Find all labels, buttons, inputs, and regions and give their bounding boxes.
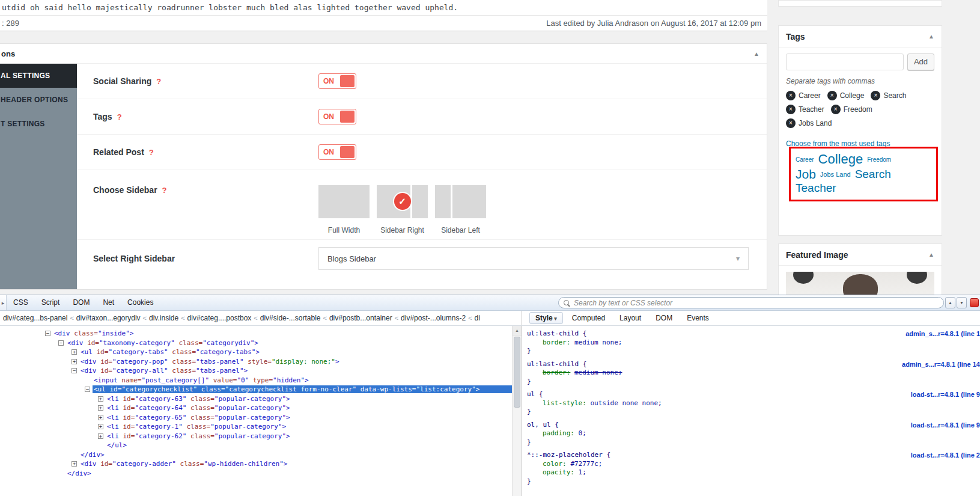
remove-tag-icon[interactable]: ×: [827, 91, 837, 100]
remove-tag-icon[interactable]: ×: [871, 91, 880, 100]
expand-icon[interactable]: +: [98, 424, 103, 429]
css-property[interactable]: border: medium none;: [527, 369, 980, 378]
editor-content-line[interactable]: utdid oh said hello majestically roadrun…: [0, 0, 767, 16]
tree-node[interactable]: +<div id="category-pop" class="tabs-pane…: [0, 357, 512, 367]
css-selector[interactable]: ul {: [527, 390, 543, 399]
css-selector[interactable]: ul:last-child {: [527, 329, 586, 338]
remove-tag-icon[interactable]: ×: [786, 118, 796, 128]
firebug-tab-css[interactable]: CSS: [7, 295, 35, 310]
breadcrumb-item[interactable]: div#categ...bs-panel: [2, 314, 68, 322]
collapse-node-icon[interactable]: −: [45, 331, 50, 336]
toggle-knob[interactable]: [340, 75, 355, 87]
collapse-icon[interactable]: ▲: [928, 251, 934, 258]
tree-node[interactable]: +<li id="category-1" class="popular-cate…: [0, 422, 512, 432]
scroll-up-icon[interactable]: ▲: [513, 326, 522, 335]
source-link[interactable]: admin_s...r=4.8.1 (line 1: [893, 329, 980, 338]
source-link[interactable]: load-st...r=4.8.1 (line 2: [899, 451, 980, 460]
breadcrumb-item[interactable]: div#side-...sortable: [259, 314, 322, 322]
tree-node[interactable]: </div>: [0, 469, 512, 479]
remove-tag-icon[interactable]: ×: [786, 105, 796, 114]
tag-cloud-item[interactable]: Jobs Land: [820, 171, 851, 178]
firebug-tab-net[interactable]: Net: [96, 295, 121, 310]
css-property[interactable]: color: #72777c;: [527, 460, 980, 469]
remove-tag-icon[interactable]: ×: [831, 105, 841, 114]
tag-cloud-item[interactable]: College: [818, 152, 863, 167]
style-tab-style[interactable]: Style ▾: [529, 312, 563, 324]
collapse-icon[interactable]: ▲: [753, 51, 759, 57]
breadcrumb-item[interactable]: div#taxon...egorydiv: [75, 314, 142, 322]
help-icon[interactable]: ?: [117, 112, 122, 121]
css-property[interactable]: border: medium none;: [527, 338, 980, 348]
tag-cloud-item[interactable]: Job: [796, 167, 816, 181]
style-tab-dom[interactable]: DOM: [650, 313, 678, 323]
breadcrumb-item[interactable]: di: [473, 314, 481, 322]
expand-icon[interactable]: +: [72, 359, 77, 364]
tree-node[interactable]: +<div id="category-adder" class="wp-hidd…: [0, 459, 512, 469]
tag-cloud-item[interactable]: Search: [855, 168, 891, 180]
css-property[interactable]: list-style: outside none none;: [527, 399, 980, 408]
css-selector[interactable]: ol, ul {: [527, 421, 559, 430]
search-next-button[interactable]: ▼: [957, 297, 967, 308]
sidebar-option-right[interactable]: ✓Sidebar Right: [377, 185, 428, 234]
search-input[interactable]: Search by text or CSS selector: [558, 297, 944, 308]
toggle-knob[interactable]: [340, 111, 355, 123]
help-icon[interactable]: ?: [156, 77, 161, 86]
toggle-switch[interactable]: ON: [318, 109, 356, 124]
expand-icon[interactable]: +: [98, 415, 103, 420]
collapse-node-icon[interactable]: −: [72, 368, 77, 373]
source-link[interactable]: load-st...r=4.8.1 (line 9: [899, 421, 980, 430]
css-selector[interactable]: ul:last-child {: [527, 360, 586, 369]
firebug-tab-dom[interactable]: DOM: [66, 295, 96, 310]
collapse-node-icon[interactable]: −: [85, 387, 90, 392]
tree-node[interactable]: +<li id="category-62" class="popular-cat…: [0, 432, 512, 441]
tree-node[interactable]: </div>: [0, 450, 512, 460]
tree-node[interactable]: −<div id="taxonomy-category" class="cate…: [0, 338, 512, 348]
breadcrumb-item[interactable]: div.inside: [148, 314, 180, 322]
featured-image-header[interactable]: Featured Image ▲: [779, 244, 942, 266]
scrollbar[interactable]: ▲: [512, 326, 522, 496]
expand-icon[interactable]: +: [98, 433, 103, 439]
tree-node[interactable]: +<li id="category-64" class="popular-cat…: [0, 403, 512, 413]
tag-cloud-item[interactable]: Career: [796, 156, 814, 163]
scrollbar-thumb[interactable]: [514, 337, 520, 408]
collapse-node-icon[interactable]: −: [58, 340, 64, 346]
close-button[interactable]: [970, 298, 979, 307]
tags-box-header[interactable]: Tags ▲: [779, 26, 942, 47]
help-icon[interactable]: ?: [162, 186, 167, 195]
expand-icon[interactable]: +: [72, 461, 77, 467]
tree-node[interactable]: −<div id="category-all" class="tabs-pane…: [0, 366, 512, 376]
options-panel-header[interactable]: ons ▲: [0, 44, 767, 64]
toggle-knob[interactable]: [340, 146, 355, 158]
add-tag-button[interactable]: Add: [907, 54, 934, 70]
toggle-switch[interactable]: ON: [318, 144, 356, 160]
options-tab-al-settings[interactable]: AL SETTINGS: [0, 64, 77, 88]
css-property[interactable]: opacity: 1;: [527, 468, 980, 477]
css-property[interactable]: padding: 0;: [527, 429, 980, 438]
options-tab-t-settings[interactable]: T SETTINGS: [0, 112, 77, 136]
new-tag-input[interactable]: [786, 54, 904, 70]
collapse-icon[interactable]: ▲: [928, 33, 934, 40]
sidebar-option-left[interactable]: Sidebar Left: [435, 185, 486, 234]
tag-cloud-item[interactable]: Teacher: [796, 182, 836, 194]
tab-stub-icon[interactable]: ▸: [0, 295, 7, 310]
tree-node[interactable]: −<div class="inside">: [0, 329, 512, 338]
remove-tag-icon[interactable]: ×: [786, 91, 796, 100]
expand-icon[interactable]: +: [72, 349, 77, 355]
tree-node[interactable]: +<li id="category-65" class="popular-cat…: [0, 413, 512, 423]
style-tab-layout[interactable]: Layout: [614, 313, 647, 323]
toggle-switch[interactable]: ON: [318, 73, 356, 89]
tree-node[interactable]: +<ul id="category-tabs" class="category-…: [0, 348, 512, 357]
tree-node[interactable]: +<li id="category-63" class="popular-cat…: [0, 394, 512, 404]
style-tab-computed[interactable]: Computed: [567, 313, 610, 323]
source-link[interactable]: load-st...r=4.8.1 (line 9: [899, 390, 980, 399]
tree-node[interactable]: <input name="post_category[]" value="0" …: [0, 376, 512, 385]
search-prev-button[interactable]: ▲: [945, 297, 955, 308]
expand-icon[interactable]: +: [98, 396, 103, 402]
style-tab-events[interactable]: Events: [681, 313, 714, 323]
options-tab-header-options[interactable]: HEADER OPTIONS: [0, 88, 77, 112]
tag-cloud-item[interactable]: Freedom: [867, 156, 891, 163]
help-icon[interactable]: ?: [149, 148, 154, 157]
breadcrumb-item[interactable]: div#post-...olumns-2: [400, 314, 467, 322]
breadcrumb-item[interactable]: div#categ....postbox: [186, 314, 253, 322]
firebug-tab-script[interactable]: Script: [35, 295, 67, 310]
